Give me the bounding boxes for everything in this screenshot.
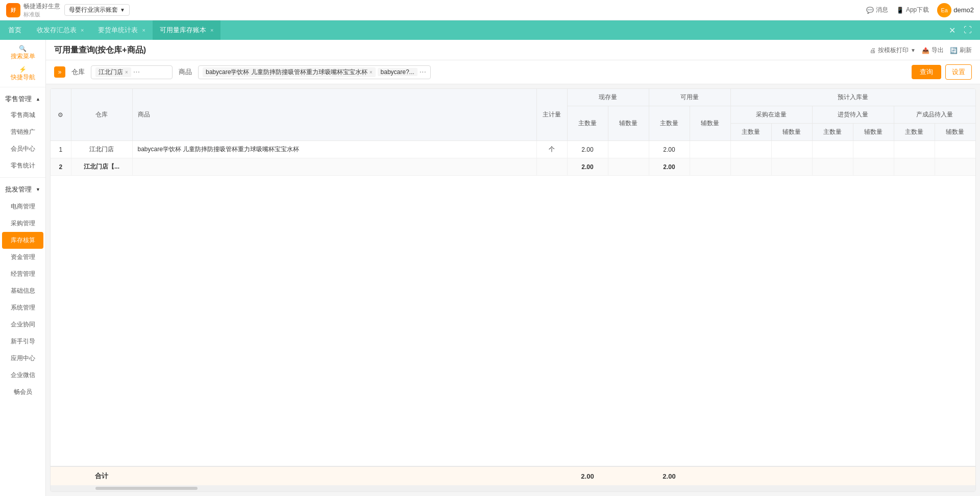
warehouse-more-icon[interactable]: ···	[133, 68, 140, 76]
table-scroll[interactable]: ⚙ 仓库 商品 主计量 现存量 可用量 预计入库量 主数量 辅数量 主数量	[51, 89, 975, 466]
subtotal-row: 2 江北门店【... 2.00 2.00	[51, 158, 975, 176]
message-btn[interactable]: 💬 消息	[866, 6, 888, 14]
sidebar-item-system-mgmt[interactable]: 系统管理	[0, 299, 45, 316]
tab-home[interactable]: 首页	[0, 20, 30, 40]
subtotal-product	[132, 158, 536, 176]
query-btn[interactable]: 查询	[912, 65, 941, 79]
filter-toggle-btn[interactable]: »	[54, 66, 65, 78]
warehouse-tag-close[interactable]: ×	[125, 69, 128, 75]
sidebar-item-new-guide[interactable]: 新手引导	[0, 333, 45, 350]
tab-available[interactable]: 可用量库存账本 ×	[153, 20, 220, 40]
warehouse-filter-label: 仓库	[71, 67, 85, 77]
refresh-btn[interactable]: 🔄 刷新	[950, 46, 972, 55]
sidebar-item-vip-member-label: 畅会员	[14, 388, 32, 395]
sidebar-search-btn[interactable]: 🔍 搜索菜单	[0, 40, 45, 64]
scroll-thumb[interactable]	[95, 487, 198, 490]
sidebar-item-app-center[interactable]: 应用中心	[0, 350, 45, 367]
tab-home-label: 首页	[8, 26, 21, 35]
sidebar-item-retail-mall[interactable]: 零售商城	[0, 107, 45, 124]
th-avail-main: 主数量	[649, 106, 690, 141]
row-avail-main: 2.00	[649, 141, 690, 158]
th-pi-aux: 辅数量	[853, 124, 894, 141]
tab-close-all-btn[interactable]: ✕	[947, 23, 958, 37]
sidebar-item-retail-mgmt[interactable]: 零售管理 ▲	[0, 90, 45, 107]
logo-text: 畅捷通好生意	[23, 2, 60, 11]
total-stock-main: 2.00	[567, 473, 608, 480]
export-btn[interactable]: 📤 导出	[922, 46, 944, 55]
table-header: ⚙ 仓库 商品 主计量 现存量 可用量 预计入库量 主数量 辅数量 主数量	[51, 89, 975, 141]
product-more-icon[interactable]: ···	[420, 68, 426, 76]
warehouse-tag-text: 江北门店	[99, 68, 123, 77]
sidebar-item-business-mgmt-label: 经营管理	[11, 270, 35, 277]
print-btn[interactable]: 🖨 按模板打印 ▼	[870, 46, 916, 55]
page-header: 可用量查询(按仓库+商品) 🖨 按模板打印 ▼ 📤 导出 🔄 刷新	[46, 40, 980, 60]
product-tag-1-close[interactable]: ×	[370, 69, 373, 75]
data-table: ⚙ 仓库 商品 主计量 现存量 可用量 预计入库量 主数量 辅数量 主数量	[51, 89, 975, 176]
tab-fullscreen-btn[interactable]: ⛶	[962, 23, 974, 37]
tab-orders[interactable]: 要货单统计表 ×	[91, 20, 152, 40]
sidebar-item-basic-info[interactable]: 基础信息	[0, 282, 45, 299]
tab-receipts-close[interactable]: ×	[81, 27, 84, 33]
product-filter-label: 商品	[179, 67, 192, 77]
tab-receipts[interactable]: 收发存汇总表 ×	[30, 20, 91, 40]
subtotal-pi-aux	[853, 158, 894, 176]
sidebar-item-wholesale-mgmt-label: 批发管理	[5, 185, 32, 194]
sidebar-item-finance-mgmt-label: 资金管理	[11, 253, 35, 261]
row-pi-main	[812, 141, 853, 158]
sidebar-item-inventory-check-label: 库存核算	[11, 237, 35, 244]
sidebar-item-purchase-mgmt[interactable]: 采购管理	[0, 215, 45, 232]
tab-orders-close[interactable]: ×	[142, 27, 145, 33]
th-avail-aux: 辅数量	[690, 106, 730, 141]
sidebar-item-retail-stats[interactable]: 零售统计	[0, 157, 45, 174]
sidebar-item-retail-mall-label: 零售商城	[11, 111, 35, 119]
industry-selector[interactable]: 母婴行业演示账套 ▼	[64, 4, 130, 16]
subtotal-stock-main: 2.00	[567, 158, 608, 176]
tab-available-label: 可用量库存账本	[160, 26, 206, 35]
th-settings[interactable]: ⚙	[51, 89, 71, 141]
row-stock-main: 2.00	[567, 141, 608, 158]
row-stock-aux	[608, 141, 649, 158]
refresh-label: 刷新	[960, 46, 972, 55]
settings-btn[interactable]: 设置	[945, 64, 972, 80]
sidebar-item-enterprise-wechat[interactable]: 企业微信	[0, 367, 45, 384]
nav-icon: ⚡	[19, 66, 27, 73]
total-row: 合计 2.00 2.00	[51, 466, 975, 485]
sidebar-item-marketing[interactable]: 营销推广	[0, 124, 45, 140]
sidebar-item-finance-mgmt[interactable]: 资金管理	[0, 249, 45, 266]
avatar: Ea	[937, 3, 951, 17]
top-bar: 好 畅捷通好生意 标准版 母婴行业演示账套 ▼ 💬 消息 📱 App下载 Ea …	[0, 0, 980, 20]
sidebar-item-enterprise-collab-label: 企业协同	[11, 321, 35, 328]
industry-name: 母婴行业演示账套	[69, 6, 118, 14]
sidebar-divider-2	[0, 177, 45, 178]
total-avail-main: 2.00	[649, 473, 690, 480]
sidebar-item-member-center[interactable]: 会员中心	[0, 140, 45, 157]
sidebar-item-enterprise-collab[interactable]: 企业协同	[0, 316, 45, 333]
tab-available-close[interactable]: ×	[210, 27, 213, 33]
sidebar-item-vip-member[interactable]: 畅会员	[0, 384, 45, 400]
logo-area: 好 畅捷通好生意 标准版	[6, 2, 60, 18]
app-download-btn[interactable]: 📱 App下载	[896, 6, 929, 14]
th-purchase-group: 采购在途量	[730, 106, 812, 124]
sidebar-item-member-center-label: 会员中心	[11, 145, 35, 152]
product-input[interactable]: babycare学饮杯 儿童防摔防撞吸管杯重力球吸嘴杯宝宝水杯 × babyca…	[198, 65, 431, 79]
subtotal-warehouse: 江北门店【...	[71, 158, 132, 176]
message-label: 消息	[876, 6, 888, 14]
warehouse-input[interactable]: 江北门店 × ···	[91, 65, 173, 79]
row-no: 1	[51, 141, 71, 158]
print-icon: 🖨	[870, 47, 876, 54]
sidebar-item-wholesale-mgmt[interactable]: 批发管理 ▼	[0, 181, 45, 197]
product-tag-1-text: babycare学饮杯 儿童防摔防撞吸管杯重力球吸嘴杯宝宝水杯	[206, 68, 368, 77]
th-stock-aux: 辅数量	[608, 106, 649, 141]
export-icon: 📤	[922, 47, 929, 54]
sidebar-item-marketing-label: 营销推广	[11, 128, 35, 135]
user-area[interactable]: Ea demo2	[937, 3, 974, 17]
th-available-group: 可用量	[649, 89, 730, 106]
horizontal-scrollbar[interactable]	[51, 485, 975, 491]
sidebar-item-inventory-check[interactable]: 库存核算	[2, 232, 43, 249]
table-row: 1 江北门店 babycare学饮杯 儿童防摔防撞吸管杯重力球吸嘴杯宝宝水杯 个…	[51, 141, 975, 158]
row-purchase-aux	[771, 141, 812, 158]
sidebar-item-new-guide-label: 新手引导	[11, 338, 35, 345]
sidebar-item-business-mgmt[interactable]: 经营管理	[0, 266, 45, 282]
sidebar-quick-nav-btn[interactable]: ⚡ 快捷导航	[0, 64, 45, 85]
sidebar-item-ecommerce-mgmt[interactable]: 电商管理	[0, 198, 45, 215]
